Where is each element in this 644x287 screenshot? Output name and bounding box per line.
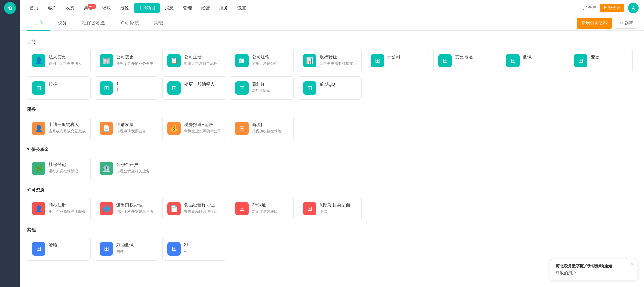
card-21[interactable]: ⊞211 bbox=[162, 237, 226, 261]
card-info: 测试 bbox=[523, 54, 560, 60]
card-商标注册[interactable]: 👤商标注册用于企业商标注册服务 bbox=[27, 197, 91, 220]
notification-bubble: ✕ 河北税务数字账户升级影响通知 尊敬的用户： bbox=[550, 259, 637, 280]
card-icon: 👤 bbox=[32, 54, 45, 67]
card-info: 股权转让公司变更需要股权转让 bbox=[320, 54, 357, 66]
card-1[interactable]: ⊞11 bbox=[95, 76, 158, 100]
card-葛红红[interactable]: ⊞葛红红葛红红测试 bbox=[230, 76, 294, 100]
card-社保登记[interactable]: 🌿社保登记进行人员社保登记 bbox=[27, 157, 91, 180]
nav-item-票据[interactable]: 票据new bbox=[80, 3, 97, 13]
card-icon: ⊞ bbox=[371, 54, 384, 67]
notification-close-button[interactable]: ✕ bbox=[630, 261, 634, 267]
card-name: 测试项目类型自定义 bbox=[320, 202, 357, 208]
card-刘聪测试[interactable]: ⊞刘聪测试测试 bbox=[95, 237, 158, 261]
card-开公司[interactable]: ⊞开公司 bbox=[366, 49, 429, 72]
section-title: 税务 bbox=[27, 106, 637, 113]
card-info: 变更 bbox=[591, 54, 628, 60]
card-name: 社保登记 bbox=[49, 162, 86, 168]
card-进出口权办理[interactable]: 🌐进出口权办理适用于对外贸易经营者 bbox=[95, 197, 158, 220]
card-info: 拉拉 bbox=[49, 81, 86, 87]
sub-tab-社保公积金[interactable]: 社保公积金 bbox=[75, 16, 112, 31]
refresh-button[interactable]: ↻ 刷新 bbox=[615, 18, 637, 29]
card-name: 变更地址 bbox=[455, 54, 492, 60]
card-公积金开户[interactable]: 🏦公积金开户办理公积金相关业务 bbox=[95, 157, 158, 180]
sub-tab-其他[interactable]: 其他 bbox=[147, 16, 170, 31]
nav-item-管理[interactable]: 管理 bbox=[179, 3, 196, 13]
card-测试[interactable]: ⊞测试 bbox=[501, 49, 565, 72]
card-icon: ⊞ bbox=[32, 242, 45, 256]
card-拉拉[interactable]: ⊞拉拉 bbox=[27, 76, 91, 100]
page-content: 工商👤法人变更适用于公司变更法人🏢公司变更股权变更外的业务变更📋公司注册申请公司… bbox=[20, 31, 644, 273]
card-name: 税务报道+记账 bbox=[184, 122, 221, 128]
sidebar-nav: ✿ bbox=[0, 0, 20, 287]
card-info: 社保登记进行人员社保登记 bbox=[49, 162, 86, 174]
card-申请发票[interactable]: 📄申请发票办理申请发票业务 bbox=[95, 117, 158, 140]
nav-item-记账[interactable]: 记账 bbox=[98, 3, 115, 13]
nav-item-客户[interactable]: 客户 bbox=[44, 3, 60, 13]
card-测试项目类型自定义[interactable]: ⊞测试项目类型自定义测试 bbox=[298, 197, 362, 220]
card-info: 开公司 bbox=[387, 54, 424, 60]
card-name: 前期QQ bbox=[320, 81, 357, 87]
new-type-button[interactable]: 新增业务类型 bbox=[577, 18, 612, 29]
card-前期QQ[interactable]: ⊞前期QQ bbox=[298, 76, 362, 100]
card-name: 刘聪测试 bbox=[116, 242, 153, 248]
card-name: 法人变更 bbox=[49, 54, 86, 60]
sub-tab-税务[interactable]: 税务 bbox=[51, 16, 74, 31]
card-股权转让[interactable]: 📊股权转让公司变更需要股权转让 bbox=[298, 49, 362, 72]
card-desc: 办理食品经营许可证 bbox=[184, 209, 221, 214]
card-name: 拉拉 bbox=[49, 81, 86, 87]
nav-item-首页[interactable]: 首页 bbox=[25, 3, 42, 13]
nav-item-服务[interactable]: 服务 bbox=[215, 3, 232, 13]
card-icon: 👤 bbox=[32, 202, 45, 215]
card-icon: ⊞ bbox=[235, 202, 249, 215]
card-icon: ⊞ bbox=[438, 54, 452, 67]
nav-item-收费[interactable]: 收费 bbox=[62, 3, 78, 13]
sub-tab-工商[interactable]: 工商 bbox=[27, 16, 50, 31]
card-哈哈[interactable]: ⊞哈哈 bbox=[27, 237, 91, 261]
card-icon: ⊞ bbox=[235, 122, 249, 135]
card-法人变更[interactable]: 👤法人变更适用于公司变更法人 bbox=[27, 49, 91, 72]
card-3A认证[interactable]: ⊞3A认证对企业信誉评级 bbox=[230, 197, 294, 220]
card-info: 公司注销适用于注销公司 bbox=[252, 54, 289, 66]
card-info: 公司注册申请公司注册全流程 bbox=[184, 54, 221, 66]
card-desc: 拿到营业执照的新公司 bbox=[184, 129, 221, 134]
card-desc: 1 bbox=[116, 87, 153, 91]
card-desc: 用于企业商标注册服务 bbox=[49, 209, 86, 214]
card-公司注销[interactable]: 🏛公司注销适用于注销公司 bbox=[230, 49, 294, 72]
section-title: 许可资质 bbox=[27, 187, 637, 193]
card-icon: 👤 bbox=[32, 122, 45, 135]
card-info: 法人变更适用于公司变更法人 bbox=[49, 54, 86, 66]
card-desc: 测试 bbox=[116, 249, 153, 254]
cards-grid: 👤商标注册用于企业商标注册服务🌐进出口权办理适用于对外贸易经营者📄食品经营许可证… bbox=[27, 197, 637, 220]
card-info: 211 bbox=[184, 242, 221, 252]
card-公司注册[interactable]: 📋公司注册申请公司注册全流程 bbox=[162, 49, 226, 72]
nav-item-设置[interactable]: 设置 bbox=[233, 3, 250, 13]
card-name: 食品经营许可证 bbox=[184, 202, 221, 208]
card-desc: 适用于对外贸易经营者 bbox=[116, 209, 153, 214]
card-icon: 🌿 bbox=[32, 162, 45, 175]
sub-tab-许可资质[interactable]: 许可资质 bbox=[113, 16, 146, 31]
card-icon: 💰 bbox=[167, 122, 181, 135]
card-新项目[interactable]: ⊞新项目报税加税控盘保管 bbox=[230, 117, 294, 140]
nav-item-经营[interactable]: 经营 bbox=[197, 3, 214, 13]
avatar[interactable]: A bbox=[628, 3, 639, 13]
card-变更[interactable]: ⊞变更 bbox=[569, 49, 633, 72]
nav-item-消息[interactable]: 消息 bbox=[161, 3, 178, 13]
card-食品经营许可证[interactable]: 📄食品经营许可证办理食品经营许可证 bbox=[162, 197, 226, 220]
section-其他: 其他⊞哈哈⊞刘聪测试测试⊞211 bbox=[27, 227, 637, 261]
card-info: 哈哈 bbox=[49, 242, 86, 248]
card-name: 公司变更 bbox=[116, 54, 153, 60]
card-name: 商标注册 bbox=[49, 202, 86, 208]
card-icon: ⊞ bbox=[167, 81, 181, 95]
card-公司变更[interactable]: 🏢公司变更股权变更外的业务变更 bbox=[95, 49, 158, 72]
card-税务报道+记账[interactable]: 💰税务报道+记账拿到营业执照的新公司 bbox=[162, 117, 226, 140]
card-变更一般纳税人[interactable]: ⊞变更一般纳税人 bbox=[162, 76, 226, 100]
card-变更地址[interactable]: ⊞变更地址 bbox=[433, 49, 497, 72]
card-icon: ⊞ bbox=[303, 202, 316, 215]
nav-item-工商项目[interactable]: 工商项目 bbox=[134, 3, 160, 13]
section-税务: 税务👤申请一般纳税人当月或次月成变更完成📄申请发票办理申请发票业务💰税务报道+记… bbox=[27, 106, 637, 140]
card-icon: ⊞ bbox=[303, 81, 316, 95]
vip-button[interactable]: ▶ 畅会员 bbox=[600, 4, 624, 12]
nav-item-报税[interactable]: 报税 bbox=[116, 3, 133, 13]
card-申请一般纳税人[interactable]: 👤申请一般纳税人当月或次月成变更完成 bbox=[27, 117, 91, 140]
fullscreen-button[interactable]: ⛶ 全屏 bbox=[583, 5, 596, 11]
